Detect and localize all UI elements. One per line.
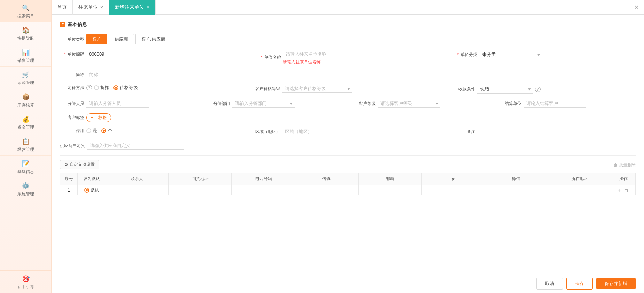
footer-bar: 取消 保存 保存并新增 — [52, 274, 644, 293]
row-email[interactable] — [358, 185, 422, 195]
customer-level-select[interactable]: ▼ — [378, 99, 440, 108]
area-row-input[interactable] — [550, 188, 609, 193]
unit-code-input[interactable] — [86, 50, 156, 58]
col-action: 操作 — [611, 173, 636, 185]
remark-label: 备注 — [451, 129, 475, 135]
row-address[interactable] — [168, 185, 232, 195]
supplier-custom-input[interactable] — [87, 141, 184, 150]
department-select[interactable]: ▼ — [232, 99, 295, 108]
col-phone: 电话号码 — [232, 173, 295, 185]
pricing-row: 定价方法 ? 折扣 价格等级 客户价格等级 — [60, 84, 636, 94]
payment-help-icon[interactable]: ? — [535, 87, 541, 92]
sidebar-item-label: 基础信息 — [17, 169, 34, 175]
row-fax[interactable] — [295, 185, 358, 195]
unit-category-value: 未分类 — [479, 50, 542, 59]
delete-row-button[interactable]: 🗑 — [624, 187, 629, 193]
qq-input[interactable] — [424, 188, 482, 193]
type-btn-customer[interactable]: 客户 — [86, 34, 107, 44]
sidebar-item-quick-nav[interactable]: 🏠 快捷导航 — [0, 22, 51, 44]
customer-price-select[interactable]: ▼ — [282, 84, 352, 93]
address-input[interactable] — [171, 188, 230, 193]
customer-level-input[interactable] — [378, 99, 440, 108]
row-contact[interactable] — [105, 185, 169, 195]
sidebar-item-inventory[interactable]: 📦 库存核算 — [0, 89, 51, 111]
unit-name-error: 请输入往来单位名称 — [283, 59, 367, 65]
level-label: 价格等级 — [120, 84, 138, 91]
area-label: 区域（地区） — [255, 129, 280, 135]
save-button[interactable]: 保存 — [566, 278, 593, 290]
sidebar-item-basic-info[interactable]: 📝 基础信息 — [0, 156, 51, 178]
sidebar-item-sales[interactable]: 📊 销售管理 — [0, 44, 51, 67]
tab-partners[interactable]: 往来单位 ✕ — [73, 0, 109, 15]
short-name-input[interactable] — [86, 71, 156, 79]
settlement-ellipsis[interactable]: ··· — [588, 100, 595, 107]
row-default-radio[interactable]: 默认 — [80, 187, 103, 193]
save-new-button[interactable]: 保存并新增 — [596, 278, 636, 289]
manager-input[interactable] — [86, 99, 149, 108]
unit-name-label: * 单位名称 — [257, 55, 281, 60]
sidebar-item-operations[interactable]: 📋 经营管理 — [0, 133, 51, 156]
custom-settings-button[interactable]: ⚙ 自定义项设置 — [60, 160, 99, 169]
manager-ellipsis[interactable]: ··· — [151, 100, 158, 107]
row-area[interactable] — [548, 185, 611, 195]
department-input[interactable] — [232, 99, 295, 108]
row-phone[interactable] — [232, 185, 295, 195]
disabled-no-radio[interactable]: 否 — [101, 128, 112, 134]
tab-new-partner-close[interactable]: ✕ — [146, 5, 150, 9]
row-wechat[interactable] — [485, 185, 548, 195]
sidebar-item-finance[interactable]: 💰 资金管理 — [0, 111, 51, 133]
pricing-level-radio[interactable]: 价格等级 — [113, 84, 138, 91]
wechat-input[interactable] — [487, 188, 546, 193]
tab-home[interactable]: 首页 — [52, 0, 73, 15]
discount-label: 折扣 — [100, 84, 109, 91]
table-header: 序号 设为默认 联系人 到货地址 电话号码 传真 邮箱 qq 微信 所在地区 操… — [60, 173, 636, 185]
short-name-label: 简称 — [60, 72, 84, 78]
sidebar-item-system[interactable]: ⚙️ 系统管理 — [0, 178, 51, 200]
pricing-discount-radio[interactable]: 折扣 — [94, 84, 109, 91]
row-default: 默认 — [78, 185, 105, 195]
col-area: 所在地区 — [548, 173, 611, 185]
tab-new-partner[interactable]: 新增往来单位 ✕ — [109, 0, 156, 15]
add-row-button[interactable]: + — [618, 187, 621, 193]
pricing-radio-group: 折扣 价格等级 — [94, 84, 138, 91]
tab-bar: 首页 往来单位 ✕ 新增往来单位 ✕ ✕ — [52, 0, 644, 15]
manager-row: 分管人员 ··· 分管部门 ▼ 客户等级 ▼ — [60, 99, 636, 108]
batch-delete-button[interactable]: 🗑 批量删除 — [614, 162, 636, 168]
col-address: 到货地址 — [168, 173, 232, 185]
fax-input[interactable] — [297, 188, 356, 193]
disabled-yes-radio[interactable]: 是 — [86, 128, 97, 134]
payment-terms-field: 收款条件 现结 ▼ ? — [451, 84, 636, 94]
type-btn-supplier[interactable]: 供应商 — [109, 34, 134, 44]
sidebar-item-guide[interactable]: 🎯 新手引导 — [0, 271, 51, 293]
batch-delete-label: 批量删除 — [619, 163, 636, 168]
batch-delete-icon: 🗑 — [614, 163, 618, 168]
sidebar-item-purchase[interactable]: 🛒 采购管理 — [0, 67, 51, 89]
payment-terms-select[interactable]: 现结 ▼ — [477, 84, 533, 94]
form-content: F 基本信息 单位类型 客户 供应商 客户/供应商 * 单位编码 — [52, 15, 644, 274]
pricing-help-icon[interactable]: ? — [86, 85, 92, 90]
global-close-button[interactable]: ✕ — [629, 3, 644, 11]
area-ellipsis[interactable]: ··· — [354, 128, 361, 135]
sidebar-item-label: 资金管理 — [17, 124, 34, 130]
type-btn-both[interactable]: 客户/供应商 — [135, 34, 171, 44]
chart-icon: 📊 — [22, 49, 30, 56]
short-name-row: 简称 — [60, 71, 636, 79]
customer-price-input[interactable] — [282, 84, 352, 93]
remark-input[interactable] — [477, 128, 582, 136]
email-input[interactable] — [361, 188, 419, 193]
unit-code-field: * 单位编码 — [60, 50, 243, 58]
pricing-method-field: 定价方法 ? 折扣 价格等级 — [60, 84, 245, 91]
cancel-button[interactable]: 取消 — [536, 278, 563, 290]
contact-input[interactable] — [108, 188, 166, 193]
settlement-input[interactable] — [524, 99, 586, 108]
tab-partners-close[interactable]: ✕ — [100, 5, 103, 9]
unit-name-input[interactable] — [283, 50, 367, 58]
area-input[interactable] — [282, 128, 352, 136]
unit-category-select[interactable]: 未分类 ▼ — [479, 50, 542, 59]
phone-input[interactable] — [234, 188, 293, 193]
add-tag-button[interactable]: + + 标签 — [86, 113, 111, 122]
disabled-radio-group: 是 否 — [86, 128, 112, 134]
row-qq[interactable] — [422, 185, 485, 195]
sidebar-item-search[interactable]: 🔍 搜索菜单 — [0, 0, 51, 22]
section-header: F 基本信息 — [60, 22, 636, 28]
